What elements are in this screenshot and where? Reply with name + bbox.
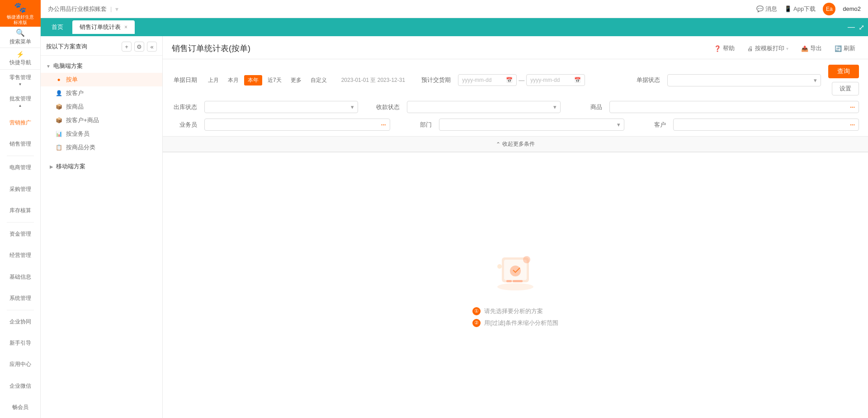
expected-delivery-inputs: yyyy-mm-dd 📅 — yyyy-mm-dd 📅 [458, 74, 618, 86]
pc-scheme-header[interactable]: ▼ 电脑端方案 [41, 59, 162, 73]
sidebar-item-member[interactable]: 畅会员 [0, 397, 41, 418]
order-status-select[interactable]: ▾ [667, 74, 821, 86]
scheme-item-bysalesperson[interactable]: 📊 按业务员 [41, 127, 162, 141]
sales-label: 销售管理 [9, 140, 31, 148]
collapse-bar[interactable]: ⌃ 收起更多条件 [163, 136, 868, 152]
receipt-status-arrow-icon: ▾ [553, 104, 557, 110]
scheme-item-bycategory[interactable]: 📋 按商品分类 [41, 141, 162, 154]
filter-row-3: 业务员 ··· 部门 ▾ 客户 ··· [172, 119, 859, 131]
date-btn-thisyear[interactable]: 本年 [244, 75, 262, 86]
ship-status-arrow-icon: ▾ [351, 104, 354, 110]
export-button[interactable]: 📤 导出 [797, 43, 826, 54]
retail-arrow-icon: ▼ [19, 82, 22, 86]
app-download-button[interactable]: 📱 App下载 [784, 5, 816, 13]
tab-home[interactable]: 首页 [44, 20, 71, 34]
mobile-scheme-header[interactable]: ▶ 移动端方案 [41, 160, 162, 173]
filter-content: 单据日期 上月 本月 本年 近7天 更多 自定义 2023-01-01 至 20… [163, 59, 868, 136]
salesperson-select[interactable]: ··· [204, 119, 390, 131]
tab-close-icon[interactable]: × [124, 24, 127, 30]
scheme-item-bycustomer-label: 按客户 [66, 89, 84, 97]
sidebar-item-newuser[interactable]: 新手引导 [0, 332, 41, 354]
date-btn-7days[interactable]: 近7天 [264, 75, 285, 86]
goods-select[interactable]: ··· [609, 101, 859, 113]
username-label[interactable]: demo2 [843, 5, 861, 12]
sidebar-item-enterprise[interactable]: 企业协同 [0, 311, 41, 332]
topbar-dropdown-icon[interactable]: ▾ [115, 5, 118, 13]
minimize-button[interactable]: — [848, 23, 855, 31]
sidebar-item-appcenter[interactable]: 应用中心 [0, 354, 41, 375]
system-label: 系统管理 [9, 294, 31, 302]
dept-select[interactable]: ▾ [439, 119, 625, 131]
date-btn-more[interactable]: 更多 [287, 75, 305, 86]
tip1-text: 请先选择要分析的方案 [484, 307, 543, 315]
print-button[interactable]: 🖨 按模板打印 ▾ [744, 43, 792, 54]
page-actions: ❓ 帮助 🖨 按模板打印 ▾ 📤 导出 🔄 刷新 [710, 43, 859, 54]
expected-delivery-end[interactable]: yyyy-mm-dd 📅 [526, 74, 585, 86]
message-icon: 💬 [756, 5, 764, 12]
avatar[interactable]: Ea [823, 3, 835, 15]
date-btn-lastmonth[interactable]: 上月 [204, 75, 222, 86]
tip1-number: ① [472, 307, 481, 315]
wholesale-arrow-icon: ▲ [19, 104, 22, 108]
maximize-button[interactable]: ⤢ [859, 23, 864, 32]
sidebar-item-search[interactable]: 🔍 搜索菜单 [0, 27, 41, 48]
pc-scheme-section: ▼ 电脑端方案 ● 按单 👤 按客户 📦 按商品 📦 按客户+ [41, 56, 162, 158]
help-icon: ❓ [714, 45, 721, 52]
sidebar-item-ecommerce[interactable]: 电商管理 [0, 157, 41, 178]
goods-dots-icon: ··· [850, 104, 855, 110]
add-scheme-button[interactable]: + [122, 42, 132, 52]
box2-icon: 📦 [55, 117, 62, 124]
order-status-label: 单据状态 [635, 76, 660, 84]
scheme-item-byorder[interactable]: ● 按单 [41, 73, 162, 86]
content-area: 按以下方案查询 + ⚙ « ▼ 电脑端方案 [41, 36, 868, 418]
collapse-panel-button[interactable]: « [147, 42, 157, 52]
wholesale-label: 批发管理 [9, 95, 31, 103]
receipt-status-select[interactable]: ▾ [407, 101, 561, 113]
quicknav-icon: ⚡ [16, 51, 24, 58]
sidebar-item-retail[interactable]: 零售管理 ▼ [0, 70, 41, 91]
sidebar-item-corpwechat[interactable]: 企业微信 [0, 375, 41, 397]
message-button[interactable]: 💬 消息 [756, 5, 777, 13]
left-panel: 按以下方案查询 + ⚙ « ▼ 电脑端方案 [41, 36, 163, 418]
customer-select[interactable]: ··· [673, 119, 859, 131]
scheme-item-bygoods[interactable]: 📦 按商品 [41, 100, 162, 114]
ship-status-select[interactable]: ▾ [204, 101, 358, 113]
help-button[interactable]: ❓ 帮助 [710, 43, 738, 54]
calendar-end-icon: 📅 [574, 77, 581, 83]
scheme-item-bycustomer[interactable]: 👤 按客户 [41, 86, 162, 100]
query-button[interactable]: 查询 [828, 65, 859, 78]
expected-delivery-start[interactable]: yyyy-mm-dd 📅 [458, 74, 517, 86]
sidebar-divider-1 [7, 156, 34, 156]
scheme-settings-button[interactable]: ⚙ [134, 42, 144, 52]
retail-label: 零售管理 [9, 74, 31, 81]
topbar-left: 办公用品行业模拟账套 | ▾ [48, 5, 118, 13]
print-arrow-icon: ▾ [786, 46, 788, 51]
sidebar-item-sales[interactable]: 销售管理 [0, 133, 41, 155]
sidebar-item-finance[interactable]: 资金管理 [0, 223, 41, 245]
refresh-label: 刷新 [844, 44, 855, 52]
topbar: 办公用品行业模拟账套 | ▾ 💬 消息 📱 App下载 Ea demo2 [41, 0, 868, 18]
scheme-item-bycustomergoods[interactable]: 📦 按客户+商品 [41, 114, 162, 127]
date-btn-custom[interactable]: 自定义 [307, 75, 330, 86]
refresh-button[interactable]: 🔄 刷新 [831, 43, 859, 54]
sidebar-item-operations[interactable]: 经营管理 [0, 245, 41, 266]
sidebar-item-basic[interactable]: 基础信息 [0, 266, 41, 287]
scheme-item-bycustomergoods-label: 按客户+商品 [66, 116, 99, 124]
sidebar-item-quicknav[interactable]: ⚡ 快捷导航 [0, 48, 41, 69]
tab-sales-order[interactable]: 销售订单统计表 × [72, 20, 135, 34]
settings-button[interactable]: 设置 [832, 82, 859, 95]
scheme-item-bycategory-label: 按商品分类 [66, 143, 95, 152]
main-area: 办公用品行业模拟账套 | ▾ 💬 消息 📱 App下载 Ea demo2 首页 … [41, 0, 868, 418]
sidebar-item-wholesale[interactable]: 批发管理 ▲ [0, 91, 41, 112]
app-title-text: 办公用品行业模拟账套 [48, 5, 107, 13]
box-icon: 📦 [55, 103, 62, 110]
date-btn-thismonth[interactable]: 本月 [224, 75, 242, 86]
scheme-item-bysalesperson-label: 按业务员 [66, 130, 90, 138]
sidebar-logo[interactable]: 🐾 畅捷通好生意 标准版 [0, 0, 41, 27]
sidebar-item-marketing[interactable]: 营销推广 [0, 112, 41, 133]
left-panel-header: 按以下方案查询 + ⚙ « [41, 36, 162, 56]
sidebar-item-system[interactable]: 系统管理 [0, 288, 41, 309]
sidebar-item-inventory[interactable]: 库存核算 [0, 200, 41, 221]
print-icon: 🖨 [747, 45, 753, 52]
sidebar-item-purchase[interactable]: 采购管理 [0, 179, 41, 200]
